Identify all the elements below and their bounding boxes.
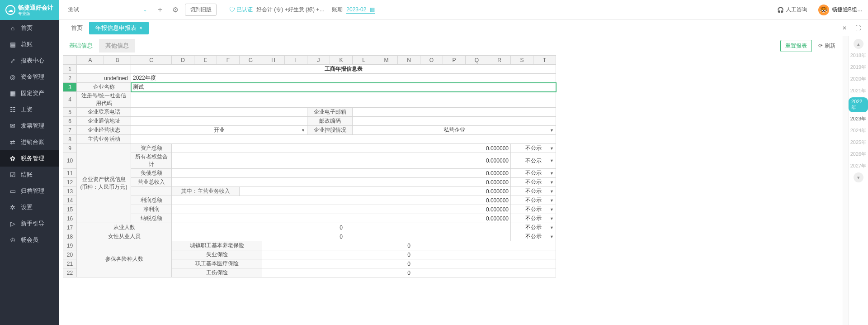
dropdown-cell[interactable]: 不公示▼ [511, 196, 556, 205]
nav-item-8[interactable]: ✿税务管理 [0, 150, 59, 167]
col-header[interactable]: M [375, 56, 398, 65]
close-tab-button[interactable]: ✕ [839, 23, 850, 33]
row-header[interactable]: 20 [63, 250, 77, 259]
row-header[interactable]: 9 [63, 144, 77, 153]
col-header[interactable]: B [104, 56, 131, 65]
row-header[interactable]: 18 [63, 232, 77, 241]
year-item[interactable]: 2020年 [850, 74, 866, 84]
vertical-scrollbar[interactable] [843, 36, 848, 325]
nav-item-4[interactable]: ▦固定资产 [0, 85, 59, 101]
cell[interactable] [353, 117, 556, 126]
nav-item-6[interactable]: ✉发票管理 [0, 118, 59, 134]
value-cell[interactable]: 测试 [131, 83, 556, 92]
cell[interactable] [353, 108, 556, 117]
year-up-button[interactable]: ▴ [854, 39, 863, 49]
nav-item-0[interactable]: ⌂首页 [0, 20, 59, 36]
cell[interactable] [131, 135, 556, 144]
dropdown-cell[interactable]: 不公示▼ [511, 232, 556, 241]
value-cell[interactable]: 0.000000 [240, 187, 511, 196]
value-cell[interactable]: 0 [262, 268, 556, 277]
col-header[interactable]: N [398, 56, 420, 65]
col-header[interactable]: F [217, 56, 240, 65]
nav-item-10[interactable]: ▭归档管理 [0, 183, 59, 199]
year-item[interactable]: 2026年 [850, 149, 866, 159]
col-header[interactable]: K [330, 56, 353, 65]
row-header[interactable]: 5 [63, 108, 77, 117]
dropdown-cell[interactable]: 不公示▼ [511, 214, 556, 223]
row-header[interactable]: 19 [63, 241, 77, 250]
value-cell[interactable]: 0 [172, 232, 511, 241]
user-menu[interactable]: 🐯 畅捷通B组… [818, 5, 863, 15]
dropdown-cell[interactable]: 不公示▼ [511, 223, 556, 232]
row-header[interactable]: 4 [63, 92, 77, 108]
row-header[interactable]: 7 [63, 126, 77, 135]
row-header[interactable]: 8 [63, 135, 77, 144]
value-cell[interactable]: 0.000000 [172, 153, 511, 169]
dropdown-cell[interactable]: 不公示▼ [511, 144, 556, 153]
col-header[interactable]: L [353, 56, 375, 65]
cell[interactable] [131, 117, 307, 126]
nav-item-7[interactable]: ⇄进销台账 [0, 134, 59, 150]
row-header[interactable]: 15 [63, 205, 77, 214]
spreadsheet[interactable]: ABCDEFGHIJKLMNOPQRST 1工商年报信息表2undefined2… [63, 55, 839, 325]
nav-item-1[interactable]: ▤总账 [0, 36, 59, 53]
row-header[interactable]: 1 [63, 65, 77, 74]
dropdown-cell[interactable]: 不公示▼ [511, 153, 556, 169]
cell[interactable] [131, 92, 556, 108]
value-cell[interactable]: 0.000000 [172, 205, 511, 214]
col-header[interactable]: S [511, 56, 533, 65]
dropdown-cell[interactable]: 不公示▼ [511, 187, 556, 196]
nav-item-2[interactable]: ⤢报表中心 [0, 53, 59, 69]
row-header[interactable]: 22 [63, 268, 77, 277]
col-header[interactable]: J [307, 56, 330, 65]
year-down-button[interactable]: ▾ [854, 172, 863, 182]
row-header[interactable]: 6 [63, 117, 77, 126]
company-selector[interactable]: 测试 ⌄ [65, 4, 151, 16]
col-header[interactable]: O [420, 56, 443, 65]
value-cell[interactable]: 0 [172, 223, 511, 232]
year-item[interactable]: 2027年 [850, 161, 866, 171]
row-header[interactable]: 12 [63, 178, 77, 187]
row-header[interactable]: 2 [63, 74, 77, 83]
year-item[interactable]: 2019年 [850, 62, 866, 72]
certified-badge[interactable]: 🛡 已认证 [229, 6, 253, 14]
dropdown-cell[interactable]: 不公示▼ [511, 169, 556, 178]
year-item[interactable]: 2022年 [849, 97, 868, 112]
dropdown-cell[interactable]: 开业▼ [131, 126, 307, 135]
dropdown-cell[interactable]: 不公示▼ [511, 205, 556, 214]
value-cell[interactable]: 0.000000 [172, 196, 511, 205]
support-link[interactable]: 🎧 人工咨询 [777, 6, 807, 14]
col-header[interactable]: A [77, 56, 104, 65]
subtab-0[interactable]: 基础信息 [63, 39, 99, 53]
row-header[interactable]: 14 [63, 196, 77, 205]
col-header[interactable]: E [194, 56, 217, 65]
nav-item-5[interactable]: ☷工资 [0, 101, 59, 118]
value-cell[interactable]: 0.000000 [172, 178, 511, 187]
nav-item-13[interactable]: ♔畅会员 [0, 232, 59, 248]
row-header[interactable]: 11 [63, 169, 77, 178]
dropdown-cell[interactable]: 私营企业▼ [353, 126, 556, 135]
year-item[interactable]: 2021年 [850, 86, 866, 96]
row-header[interactable]: 17 [63, 223, 77, 232]
add-button[interactable]: ＋ [154, 4, 166, 16]
col-header[interactable]: P [443, 56, 466, 65]
row-header[interactable]: 13 [63, 187, 77, 196]
year-item[interactable]: 2018年 [850, 50, 866, 61]
period-selector[interactable]: 2023-02 ▦ [346, 6, 374, 14]
nav-item-9[interactable]: ☑结账 [0, 167, 59, 183]
tab-close-icon[interactable]: × [139, 25, 142, 31]
subtab-1[interactable]: 其他信息 [99, 39, 135, 53]
reset-report-button[interactable]: 重置报表 [780, 40, 812, 52]
value-cell[interactable]: 0 [262, 259, 556, 268]
value-cell[interactable]: 0.000000 [172, 144, 511, 153]
refresh-button[interactable]: ⟳ 刷新 [818, 42, 835, 50]
row-header[interactable]: 3 [63, 83, 77, 92]
nav-item-12[interactable]: ▷新手引导 [0, 215, 59, 232]
gear-icon[interactable]: ⚙ [170, 4, 181, 16]
fullscreen-button[interactable]: ⛶ [853, 23, 863, 33]
col-header[interactable]: H [262, 56, 285, 65]
value-cell[interactable]: 2022年度 [131, 74, 556, 83]
col-header[interactable]: I [285, 56, 307, 65]
nav-item-3[interactable]: ◎资金管理 [0, 69, 59, 85]
nav-item-11[interactable]: ✲设置 [0, 199, 59, 215]
